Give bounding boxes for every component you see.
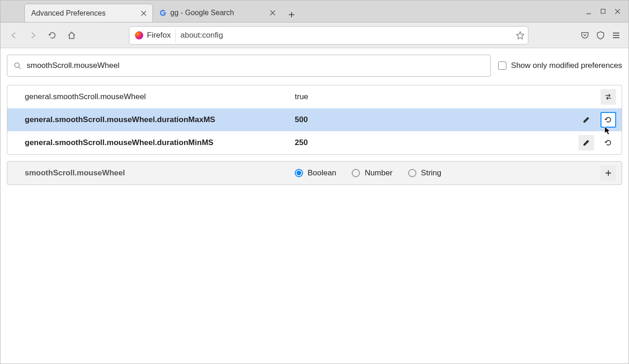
show-modified-checkbox[interactable]: Show only modified preferences	[498, 61, 622, 70]
pref-actions	[601, 89, 616, 105]
search-input[interactable]	[27, 61, 484, 70]
back-button[interactable]	[6, 28, 22, 43]
pref-value: 250	[295, 138, 578, 147]
search-box[interactable]	[7, 55, 491, 77]
google-icon	[159, 9, 167, 17]
url-text: about:config	[176, 31, 516, 40]
radio-number[interactable]: Number	[352, 168, 392, 178]
tab-advanced-preferences[interactable]: Advanced Preferences	[24, 4, 153, 22]
add-button[interactable]	[601, 165, 616, 181]
toolbar-right	[581, 31, 623, 39]
maximize-icon[interactable]	[601, 9, 606, 14]
close-icon[interactable]	[269, 9, 277, 17]
about-config-content: Show only modified preferences general.s…	[0, 48, 629, 191]
forward-button[interactable]	[25, 28, 41, 43]
navigation-toolbar: Firefox about:config	[0, 22, 629, 48]
svg-rect-0	[601, 9, 605, 13]
url-bar[interactable]: Firefox about:config	[129, 26, 528, 45]
tab-title: Advanced Preferences	[31, 9, 136, 17]
firefox-icon	[135, 31, 143, 39]
title-bar: Advanced Preferences gg - Google Search	[0, 0, 629, 22]
pref-name: general.smoothScroll.mouseWheel.duration…	[25, 138, 295, 147]
pref-row[interactable]: general.smoothScroll.mouseWheel true	[7, 85, 622, 108]
identity-box[interactable]: Firefox	[133, 28, 176, 42]
reset-button[interactable]	[601, 112, 616, 128]
search-row: Show only modified preferences	[7, 55, 622, 77]
add-pref-name: smoothScroll.mouseWheel	[25, 168, 295, 178]
svg-point-1	[15, 63, 19, 67]
show-modified-label: Show only modified preferences	[511, 61, 622, 70]
tabs: Advanced Preferences gg - Google Search	[0, 0, 299, 22]
pref-actions	[578, 135, 616, 151]
radio-boolean[interactable]: Boolean	[295, 168, 336, 178]
radio-label: Number	[365, 168, 392, 178]
menu-icon[interactable]	[612, 31, 620, 39]
pref-value: 500	[295, 115, 578, 124]
bookmark-star-icon[interactable]	[516, 31, 524, 39]
pref-row[interactable]: general.smoothScroll.mouseWheel.duration…	[7, 131, 622, 154]
pref-value: true	[295, 92, 601, 101]
radio-label: Boolean	[308, 168, 336, 178]
radio-icon	[352, 169, 360, 177]
tab-google-search[interactable]: gg - Google Search	[153, 4, 281, 22]
edit-button[interactable]	[578, 112, 594, 128]
new-tab-button[interactable]	[284, 7, 299, 22]
search-icon	[14, 62, 21, 69]
edit-button[interactable]	[578, 135, 594, 151]
window-controls	[586, 9, 629, 14]
add-pref-row: smoothScroll.mouseWheel Boolean Number S…	[7, 161, 622, 185]
toggle-button[interactable]	[601, 89, 616, 105]
pocket-icon[interactable]	[581, 31, 589, 39]
pref-row[interactable]: general.smoothScroll.mouseWheel.duration…	[7, 108, 622, 131]
type-radio-group: Boolean Number String	[295, 168, 601, 178]
reload-button[interactable]	[45, 28, 60, 43]
pref-name: general.smoothScroll.mouseWheel	[25, 92, 295, 101]
close-icon[interactable]	[615, 9, 620, 14]
radio-string[interactable]: String	[408, 168, 441, 178]
radio-label: String	[421, 168, 441, 178]
pref-name: general.smoothScroll.mouseWheel.duration…	[25, 115, 295, 124]
close-icon[interactable]	[140, 9, 148, 17]
tab-title: gg - Google Search	[170, 9, 265, 17]
radio-icon	[295, 169, 303, 177]
show-modified-input[interactable]	[498, 62, 506, 70]
reset-button[interactable]	[601, 135, 616, 151]
home-button[interactable]	[64, 28, 79, 43]
radio-icon	[408, 169, 416, 177]
shield-icon[interactable]	[596, 31, 605, 39]
identity-label: Firefox	[147, 31, 171, 40]
minimize-icon[interactable]	[586, 9, 591, 14]
results-table: general.smoothScroll.mouseWheel true gen…	[7, 85, 622, 155]
pref-actions	[578, 112, 616, 128]
